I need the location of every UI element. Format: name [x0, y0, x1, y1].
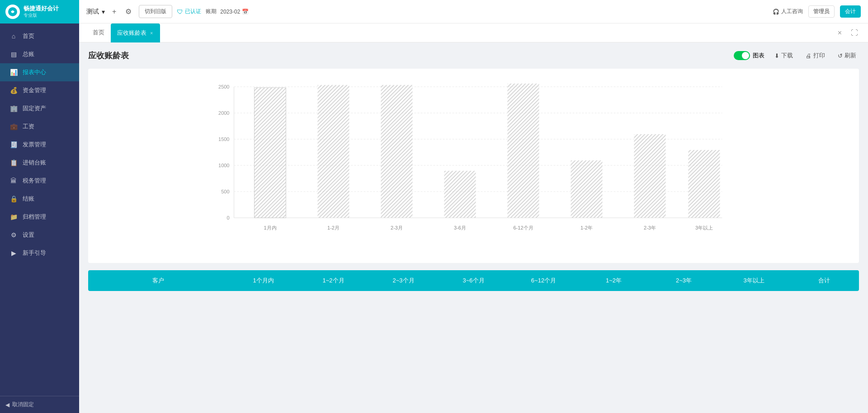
cancel-pin-icon: ◀: [5, 402, 9, 408]
logo-text-area: 畅捷通好会计 专业版: [24, 5, 59, 19]
period-info: 账期 2023-02 📅: [206, 8, 249, 15]
download-icon: ⬇: [774, 52, 779, 59]
tabs-bar: 首页 应收账龄表 × × ⛶: [79, 23, 868, 42]
logo-title: 畅捷通好会计: [24, 5, 59, 13]
sidebar-item-assets[interactable]: 🏢 固定资产: [0, 99, 79, 117]
cancel-pin-btn[interactable]: ◀ 取消固定: [0, 396, 79, 413]
tab-close-icon[interactable]: ×: [149, 30, 154, 36]
svg-text:500: 500: [221, 189, 229, 194]
fullscreen-btn[interactable]: ⛶: [848, 28, 861, 38]
svg-rect-19: [381, 85, 413, 218]
page-content: 应收账龄表 图表 ⬇ 下载 🖨 打印 ↺ 刷新: [79, 42, 868, 413]
tab-aging-label: 应收账龄表: [117, 29, 146, 37]
sidebar-item-reports[interactable]: 📊 报表中心: [0, 63, 79, 81]
tab-aging[interactable]: 应收账龄表 ×: [111, 23, 160, 42]
print-icon: 🖨: [806, 52, 811, 59]
nav-icon-guide: ▶: [9, 249, 18, 257]
topbar-right: 🎧 人工咨询 管理员 会计: [773, 5, 861, 18]
headset-icon: 🎧: [773, 9, 779, 15]
col-1m: 1个月内: [228, 270, 298, 291]
support-btn[interactable]: 🎧 人工咨询: [773, 8, 803, 15]
nav-icon-invoices: 🧾: [9, 141, 18, 148]
close-window-btn[interactable]: ×: [835, 28, 844, 38]
sidebar-item-wages[interactable]: 💼 工资: [0, 117, 79, 136]
nav-icon-sales: 📋: [9, 159, 18, 166]
sidebar-item-tax[interactable]: 🏛 税务管理: [0, 172, 79, 190]
logo-subtitle: 专业版: [24, 12, 59, 19]
add-button[interactable]: +: [109, 6, 119, 18]
nav-label-close: 结账: [23, 195, 34, 203]
nav-icon-funds: 💰: [9, 87, 18, 94]
svg-text:3-6月: 3-6月: [454, 225, 466, 230]
col-1-2y: 1~2年: [579, 270, 649, 291]
svg-rect-15: [255, 88, 286, 218]
period-value: 2023-02: [220, 9, 240, 15]
support-label: 人工咨询: [781, 8, 803, 15]
nav-label-funds: 资金管理: [23, 86, 46, 94]
nav-label-ledger: 总账: [23, 50, 34, 58]
col-3-6m: 3~6个月: [439, 270, 509, 291]
nav-icon-archive: 📁: [9, 213, 18, 221]
sidebar-item-invoices[interactable]: 🧾 发票管理: [0, 136, 79, 154]
switch-old-btn[interactable]: 切到旧版: [139, 5, 172, 18]
sidebar-item-guide[interactable]: ▶ 新手引导: [0, 244, 79, 262]
bar-chart: 0 500 1000 1500 2000 2500 1月内 1-2月: [102, 78, 845, 249]
col-total: 合计: [789, 270, 859, 291]
nav-icon-assets: 🏢: [9, 105, 18, 112]
nav-icon-settings: ⚙: [9, 231, 18, 239]
sidebar-item-sales[interactable]: 📋 进销台账: [0, 154, 79, 172]
verified-label: 已认证: [185, 8, 201, 15]
chart-toggle[interactable]: [734, 51, 750, 60]
tab-home[interactable]: 首页: [86, 23, 111, 42]
svg-text:2-3月: 2-3月: [391, 225, 403, 230]
topbar-actions: + ⚙: [109, 5, 134, 18]
sidebar: 畅捷通好会计 专业版 ⌂ 首页 ▤ 总账 📊 报表中心 💰 资金管理 🏢 固定资…: [0, 0, 79, 413]
nav-label-assets: 固定资产: [23, 104, 46, 113]
nav-icon-close: 🔒: [9, 195, 18, 202]
nav-icon-home: ⌂: [9, 33, 18, 40]
svg-text:0: 0: [226, 215, 229, 221]
col-2-3m: 2~3个月: [368, 270, 439, 291]
svg-rect-17: [318, 85, 349, 218]
workspace-selector[interactable]: 测试 ▾: [86, 8, 105, 16]
cancel-pin-label: 取消固定: [12, 401, 34, 408]
report-title: 应收账龄表: [88, 50, 129, 61]
table-header-row: 客户 1个月内 1~2个月 2~3个月 3~6个月 6~12个月 1~2年 2~…: [88, 270, 859, 291]
svg-rect-27: [634, 134, 666, 218]
svg-rect-29: [689, 150, 720, 218]
sidebar-item-settings[interactable]: ⚙ 设置: [0, 226, 79, 244]
accountant-btn[interactable]: 会计: [840, 5, 861, 18]
col-customer: 客户: [88, 270, 228, 291]
shield-icon: 🛡: [177, 8, 183, 15]
print-btn[interactable]: 🖨 打印: [803, 50, 828, 61]
calendar-icon[interactable]: 📅: [242, 9, 249, 15]
nav-label-guide: 新手引导: [23, 249, 46, 257]
period-label: 账期: [206, 8, 217, 15]
logo-area: 畅捷通好会计 专业版: [0, 0, 79, 23]
sidebar-item-home[interactable]: ⌂ 首页: [0, 27, 79, 45]
refresh-btn[interactable]: ↺ 刷新: [835, 50, 859, 61]
report-header: 应收账龄表 图表 ⬇ 下载 🖨 打印 ↺ 刷新: [88, 50, 859, 61]
nav-label-invoices: 发票管理: [23, 141, 46, 149]
col-2-3y: 2~3年: [649, 270, 719, 291]
nav-label-wages: 工资: [23, 122, 34, 131]
svg-rect-23: [508, 84, 539, 218]
nav-label-reports: 报表中心: [23, 68, 46, 76]
nav-icon-wages: 💼: [9, 123, 18, 130]
settings-button[interactable]: ⚙: [123, 5, 134, 18]
table-container: 客户 1个月内 1~2个月 2~3个月 3~6个月 6~12个月 1~2年 2~…: [88, 270, 859, 291]
sidebar-item-ledger[interactable]: ▤ 总账: [0, 45, 79, 63]
nav-icon-reports: 📊: [9, 69, 18, 76]
sidebar-item-close[interactable]: 🔒 结账: [0, 190, 79, 208]
sidebar-item-archive[interactable]: 📁 归档管理: [0, 208, 79, 226]
svg-text:2500: 2500: [218, 84, 229, 89]
sidebar-item-funds[interactable]: 💰 资金管理: [0, 81, 79, 99]
download-btn[interactable]: ⬇ 下载: [772, 50, 796, 61]
verified-badge: 🛡 已认证: [177, 8, 201, 15]
print-label: 打印: [813, 52, 825, 60]
svg-rect-25: [571, 160, 603, 218]
svg-text:1000: 1000: [218, 163, 229, 168]
manager-btn[interactable]: 管理员: [808, 5, 835, 18]
svg-text:2000: 2000: [218, 110, 229, 116]
refresh-icon: ↺: [838, 52, 843, 59]
